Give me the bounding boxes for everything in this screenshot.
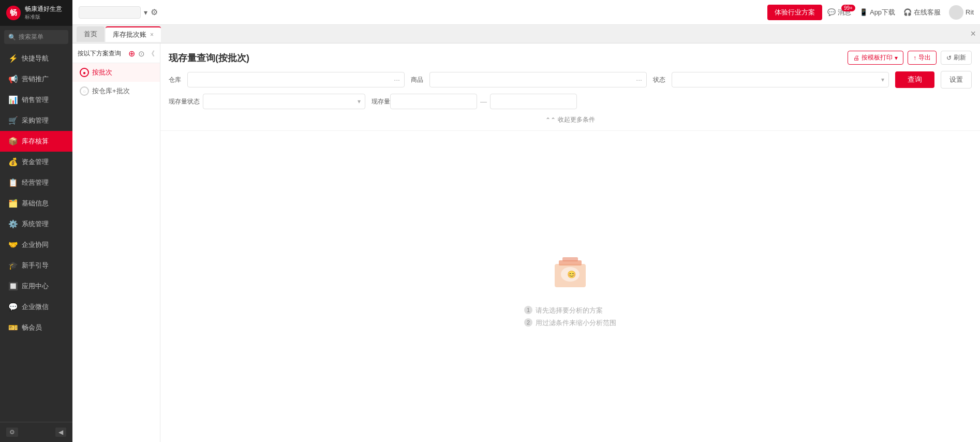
product-input[interactable]: ···: [429, 72, 647, 87]
messages-btn[interactable]: 💬 消息 99+: [827, 8, 851, 17]
online-service-btn[interactable]: 🎧 在线客服: [903, 8, 941, 17]
query-btn[interactable]: 查询: [895, 71, 934, 88]
topbar-settings-btn[interactable]: ⚙: [151, 7, 158, 17]
sidebar-footer: ⚙ ◀: [0, 422, 72, 442]
app-edition: 标准版: [25, 13, 62, 21]
search-icon: 🔍: [8, 34, 16, 41]
sidebar-item-newbie[interactable]: 🎓 新手引导: [0, 255, 72, 276]
print-dropdown-icon: ▾: [895, 54, 898, 62]
sidebar-item-label: 基础信息: [22, 199, 49, 208]
export-label: 导出: [918, 53, 931, 62]
sidebar-search[interactable]: 🔍 搜索菜单: [4, 30, 68, 44]
sidebar-item-label: 经营管理: [22, 178, 49, 187]
range-dash: —: [480, 98, 487, 106]
empty-tip-2: 2 用过滤条件来缩小分析范围: [524, 318, 616, 328]
filter-settings-btn[interactable]: 设置: [941, 71, 972, 89]
online-service-label: 在线客服: [914, 8, 941, 17]
tabbar: 首页 库存批次账 × ×: [72, 25, 980, 43]
status-label: 状态: [653, 76, 669, 84]
sidebar-item-operation[interactable]: 📋 经营管理: [0, 172, 72, 193]
sidebar-item-label: 销售管理: [22, 95, 49, 105]
panel-close-btn[interactable]: ×: [970, 28, 976, 39]
headset-icon: 🎧: [903, 8, 912, 16]
scheme-collapse-btn[interactable]: 《: [148, 49, 155, 58]
marketing-icon: 📢: [8, 75, 18, 84]
phone-icon: 📱: [859, 8, 868, 16]
stock-qty-max-input[interactable]: [490, 94, 577, 109]
sidebar-item-label: 新手引导: [22, 261, 49, 270]
print-label: 按模板打印: [862, 53, 893, 62]
export-btn[interactable]: ↑ 导出: [908, 51, 937, 65]
warehouse-input[interactable]: ···: [187, 72, 405, 87]
stock-qty-range: —: [390, 94, 577, 109]
stock-qty-min-input[interactable]: [390, 94, 477, 109]
sidebar-item-sales[interactable]: 📊 销售管理: [0, 90, 72, 110]
topbar-search-area: ▾ ⚙: [79, 6, 762, 19]
sidebar-item-label: 采购管理: [22, 116, 49, 125]
sidebar-item-quicknav[interactable]: ⚡ 快捷导航: [0, 48, 72, 69]
user-avatar-btn[interactable]: Rit: [949, 5, 974, 20]
status-filter: 状态 ▾: [653, 72, 889, 87]
sidebar-item-inventory[interactable]: 📦 库存核算: [0, 131, 72, 152]
status-select[interactable]: ▾: [672, 72, 889, 87]
tip-num-1: 1: [524, 306, 532, 314]
purchase-icon: 🛒: [8, 116, 18, 125]
scheme-item-by-batch[interactable]: ● 按批次: [72, 63, 160, 82]
collapse-more-row[interactable]: ⌃⌃ 收起更多条件: [169, 113, 972, 126]
sidebar-item-label: 营销推广: [22, 75, 49, 84]
sidebar-item-basic[interactable]: 🗂️ 基础信息: [0, 193, 72, 214]
sidebar-item-enterprise[interactable]: 🤝 企业协同: [0, 234, 72, 255]
scheme-settings-btn[interactable]: ⊙: [138, 49, 145, 58]
export-icon: ↑: [913, 54, 916, 62]
sidebar-item-wechat[interactable]: 💬 企业微信: [0, 297, 72, 317]
sidebar-item-finance[interactable]: 💰 资金管理: [0, 152, 72, 172]
app-download-btn[interactable]: 📱 App下载: [859, 8, 895, 17]
warehouse-label: 仓库: [169, 76, 184, 84]
sidebar-item-purchase[interactable]: 🛒 采购管理: [0, 110, 72, 131]
tab-close-btn[interactable]: ×: [150, 31, 154, 38]
sidebar-item-marketing[interactable]: 📢 营销推广: [0, 69, 72, 90]
industry-solution-btn[interactable]: 体验行业方案: [767, 5, 822, 20]
system-icon: ⚙️: [8, 219, 18, 229]
scheme-active-icon: ●: [80, 68, 89, 77]
inventory-icon: 📦: [8, 137, 18, 146]
tab-home-label: 首页: [84, 30, 97, 39]
sidebar-item-apps[interactable]: 🔲 应用中心: [0, 276, 72, 297]
tab-home[interactable]: 首页: [77, 26, 105, 42]
scheme-panel-title: 按以下方案查询: [78, 49, 121, 58]
sidebar-collapse-btn[interactable]: ◀: [55, 428, 66, 437]
topbar-search-input[interactable]: [79, 6, 141, 19]
sidebar-header: 畅 畅康通好生意 标准版: [0, 0, 72, 26]
page-title: 现存量查询(按批次): [169, 52, 249, 64]
scheme-panel-actions: ⊕ ⊙ 《: [128, 49, 155, 58]
stock-status-select[interactable]: ▾: [203, 94, 365, 109]
sidebar-item-member[interactable]: 🎫 畅会员: [0, 317, 72, 338]
product-label: 商品: [411, 76, 426, 84]
content-area: 按以下方案查询 ⊕ ⊙ 《 ● 按批次 ○ 按仓库+批次 现存量查询(: [72, 43, 980, 442]
add-scheme-btn[interactable]: ⊕: [128, 49, 135, 58]
product-dots[interactable]: ···: [636, 76, 642, 84]
message-icon: 💬: [827, 8, 836, 16]
sidebar-nav: ⚡ 快捷导航 📢 营销推广 📊 销售管理 🛒 采购管理 📦 库存核算 💰 资金管…: [0, 48, 72, 422]
print-icon: 🖨: [853, 54, 859, 62]
stock-status-chevron-icon: ▾: [358, 98, 361, 105]
scheme-by-batch-label: 按批次: [92, 68, 112, 77]
collapse-up-icon: ⌃⌃: [545, 116, 556, 124]
basic-icon: 🗂️: [8, 199, 18, 208]
print-btn[interactable]: 🖨 按模板打印 ▾: [848, 51, 903, 65]
finance-icon: 💰: [8, 157, 18, 167]
sidebar-item-system[interactable]: ⚙️ 系统管理: [0, 214, 72, 234]
sidebar-settings-btn[interactable]: ⚙: [6, 428, 18, 437]
status-chevron-icon: ▾: [881, 76, 884, 83]
scheme-item-by-warehouse-batch[interactable]: ○ 按仓库+批次: [72, 82, 160, 100]
topbar-dropdown-btn[interactable]: ▾: [144, 8, 147, 17]
refresh-btn[interactable]: ↺ 刷新: [941, 51, 972, 65]
tab-inventory-batch[interactable]: 库存批次账 ×: [106, 26, 161, 42]
sidebar-search-label: 搜索菜单: [19, 33, 43, 41]
warehouse-filter: 仓库 ···: [169, 72, 405, 87]
enterprise-icon: 🤝: [8, 240, 18, 249]
tip-1-text: 请先选择要分析的方案: [536, 306, 603, 315]
warehouse-dots[interactable]: ···: [394, 76, 400, 84]
tab-inventory-batch-label: 库存批次账: [113, 30, 146, 39]
filter-row-2: 现存量状态 ▾ 现存量（主） —: [169, 94, 972, 109]
